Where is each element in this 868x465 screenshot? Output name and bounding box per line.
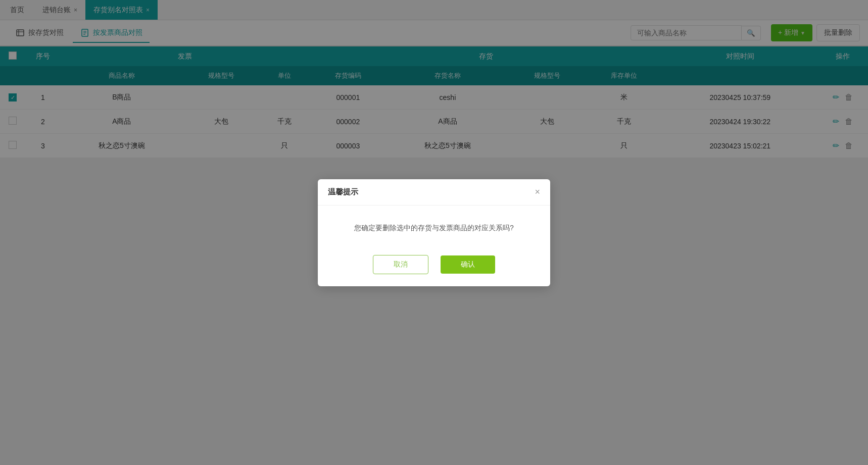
dialog-footer: 取消 确认 (318, 247, 550, 286)
dialog-title: 温馨提示 (328, 187, 358, 197)
cancel-label: 取消 (394, 260, 408, 268)
confirm-dialog: 温馨提示 × 您确定要删除选中的存货与发票商品的对应关系吗? 取消 确认 (318, 179, 550, 286)
dialog-body: 您确定要删除选中的存货与发票商品的对应关系吗? (318, 205, 550, 247)
dialog-close-button[interactable]: × (535, 187, 540, 196)
dialog-cancel-button[interactable]: 取消 (373, 255, 428, 274)
dialog-header: 温馨提示 × (318, 179, 550, 205)
confirm-label: 确认 (461, 260, 475, 268)
modal-overlay: 温馨提示 × 您确定要删除选中的存货与发票商品的对应关系吗? 取消 确认 (0, 0, 868, 465)
dialog-message: 您确定要删除选中的存货与发票商品的对应关系吗? (354, 224, 514, 232)
dialog-confirm-button[interactable]: 确认 (441, 255, 495, 274)
